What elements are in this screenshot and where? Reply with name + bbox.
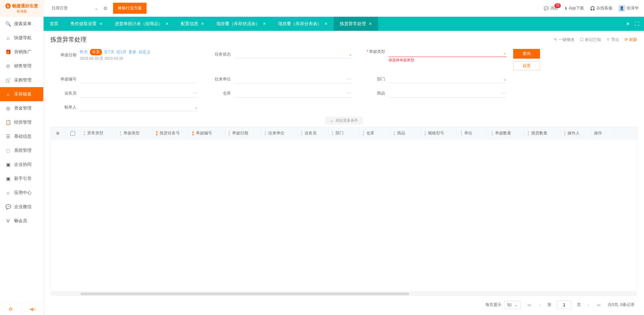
bill-no-input[interactable]	[80, 75, 198, 83]
horizontal-scrollbar[interactable]	[50, 292, 637, 296]
settings-button[interactable]: 设置	[513, 61, 540, 70]
app-download-label: App下载	[569, 5, 584, 11]
sidebar-item-13[interactable]: 💬企业微信	[0, 200, 43, 214]
close-icon[interactable]: ✕	[99, 21, 103, 26]
table-header-cell[interactable]: ▲▼商品	[390, 127, 421, 139]
page-size-select[interactable]: 50 ⌄	[504, 301, 521, 309]
table-settings-icon[interactable]: ⚙	[51, 127, 65, 139]
dept-select[interactable]: ⌄	[388, 75, 506, 83]
table-header-cell[interactable]: ▲▼往来单位	[261, 127, 298, 139]
export-button[interactable]: ⇪导出	[606, 37, 619, 43]
page-input[interactable]	[557, 301, 572, 309]
filter-label: 商品	[359, 90, 385, 96]
sidebar-item-2[interactable]: 🎁营销推广	[0, 45, 43, 59]
org-selector[interactable]: 日用百货 ⌄	[52, 5, 98, 11]
sidebar-item-11[interactable]: ▣新手引导	[0, 172, 43, 186]
messages-button[interactable]: 💬 消息 70	[544, 5, 558, 11]
scrollbar-thumb[interactable]	[80, 293, 409, 295]
sidebar-item-icon: ▣	[5, 176, 11, 181]
table-header-cell[interactable]: ▲▼单位	[457, 127, 488, 139]
sidebar-item-6[interactable]: ◎资金管理	[0, 101, 43, 115]
tab-6[interactable]: 拣货异常处理✕	[334, 17, 378, 31]
product-picker[interactable]: ⋯	[388, 89, 506, 98]
task-status-select[interactable]: ⌄	[234, 50, 352, 58]
try-solution-button[interactable]: 体验行业方案	[113, 3, 147, 14]
collapse-filters-button[interactable]: ︽ 收起更多条件	[325, 117, 363, 124]
page-suffix: 页	[577, 302, 581, 308]
next-page-button[interactable]: ›	[586, 303, 590, 307]
table-header-cell[interactable]: ▲▼规格型号	[421, 127, 457, 139]
table-header-cell[interactable]: ▲▼拣货任务号	[153, 127, 189, 139]
sidebar-item-14[interactable]: V畅会员	[0, 214, 43, 228]
close-icon[interactable]: ✕	[369, 21, 372, 26]
date-pill[interactable]: 近1月	[116, 49, 127, 55]
mark-read-label: 标记已知	[585, 37, 601, 43]
sidebar-item-9[interactable]: ◌系统管理	[0, 143, 43, 158]
table-header-cell[interactable]: ▲▼单据日期	[225, 127, 261, 139]
app-download-button[interactable]: ⬇ App下载	[564, 5, 584, 11]
date-pill[interactable]: 更多	[128, 49, 137, 55]
body-row: 🔍搜索菜单⌂快捷导航🎁营销推广⊙销售管理🛒采购管理⌂库存核算◎资金管理📋经营管理…	[0, 17, 644, 315]
sidebar-item-0[interactable]: 🔍搜索菜单	[0, 17, 43, 31]
prev-page-button[interactable]: ‹	[538, 303, 542, 307]
sidebar-item-8[interactable]: ☰基础信息	[0, 129, 43, 143]
table-header-cell[interactable]: ▲▼仓库	[359, 127, 390, 139]
bill-type-select[interactable]: ⌄	[388, 49, 506, 57]
warehouse-picker[interactable]: ⋯	[234, 89, 352, 98]
more-icon: ⋯	[347, 76, 352, 82]
sidebar-item-10[interactable]: ▣企业协同	[0, 158, 43, 172]
table-header-cell[interactable]: ▲▼单据编号	[189, 127, 225, 139]
date-pill[interactable]: 昨天	[80, 49, 88, 55]
table-header-cell[interactable]: ▲▼业务员	[298, 127, 328, 139]
close-icon[interactable]: ✕	[201, 21, 204, 26]
table-header-cell[interactable]: ▲▼操作人	[560, 127, 591, 139]
filter-label: 单据日期	[50, 52, 76, 58]
user-menu[interactable]: 👤 徐泽华	[619, 5, 639, 12]
last-page-button[interactable]: ⏭	[596, 303, 602, 307]
table-header-cell[interactable]: ▲▼单据类型	[116, 127, 153, 139]
mark-read-button[interactable]: ☐标记已知	[580, 37, 601, 43]
table-header-cell[interactable]: ▲▼拣货数量	[524, 127, 560, 139]
table-header-cell[interactable]: ▲▼部门	[328, 127, 359, 139]
sidebar-item-icon: 🔍	[5, 21, 11, 26]
date-pill[interactable]: 自定义	[139, 49, 151, 55]
sidebar-item-label: 营销推广	[14, 49, 32, 55]
tab-1[interactable]: 售价提取设置✕	[64, 17, 109, 31]
query-button[interactable]: 查询	[513, 49, 540, 59]
date-pill[interactable]: 今天	[90, 49, 102, 55]
refresh-button[interactable]: ⟳刷新	[625, 37, 637, 43]
sidebar-item-4[interactable]: 🛒采购管理	[0, 73, 43, 87]
bill-type-error: 请选择单据类型	[388, 58, 506, 63]
online-service-button[interactable]: 🎧 在线客服	[590, 5, 612, 11]
table-header-cell[interactable]: ▲▼单据数量	[488, 127, 524, 139]
partner-picker[interactable]: ⋯	[234, 75, 352, 83]
sidebar-item-5[interactable]: ⌂库存核算	[0, 87, 43, 101]
close-icon[interactable]: ✕	[165, 21, 169, 26]
sidebar-item-3[interactable]: ⊙销售管理	[0, 59, 43, 73]
tab-2[interactable]: 进货单统计表（按商品）✕	[109, 17, 175, 31]
close-icon[interactable]: ✕	[324, 21, 328, 26]
tab-5[interactable]: 现存量（库存分布表）✕	[272, 17, 334, 31]
sidebar-item-1[interactable]: ⌂快捷导航	[0, 31, 43, 45]
gear-icon[interactable]: ⚙	[103, 6, 108, 11]
batch-edit-button[interactable]: ✎一键修改	[554, 37, 575, 43]
sidebar-item-icon: ⌂	[5, 35, 11, 41]
select-all-checkbox[interactable]	[65, 127, 80, 139]
th-label: 操作	[594, 130, 602, 136]
sidebar-item-label: 销售管理	[14, 63, 32, 69]
tab-0[interactable]: 首页	[44, 17, 64, 31]
sidebar-item-7[interactable]: 📋经营管理	[0, 115, 43, 129]
first-page-button[interactable]: ⏮	[526, 303, 533, 307]
sidebar-settings-icon[interactable]: ✿	[0, 303, 21, 315]
sidebar-item-12[interactable]: ⌂应用中心	[0, 186, 43, 200]
tab-3[interactable]: 配置信息✕	[175, 17, 210, 31]
date-pill[interactable]: 近7天	[104, 49, 114, 55]
fullscreen-icon[interactable]: ⛶	[635, 21, 639, 26]
close-all-tabs-icon[interactable]: ✕	[626, 21, 630, 26]
table-header-cell[interactable]: ▲▼异常类型	[80, 127, 116, 139]
tab-4[interactable]: 现存量（库存状况表）✕	[210, 17, 272, 31]
salesman-picker[interactable]: ⋯	[80, 89, 198, 98]
close-icon[interactable]: ✕	[263, 21, 266, 26]
sidebar-collapse-icon[interactable]: ◀»	[21, 303, 43, 315]
creator-select[interactable]: ⌄	[80, 103, 198, 111]
